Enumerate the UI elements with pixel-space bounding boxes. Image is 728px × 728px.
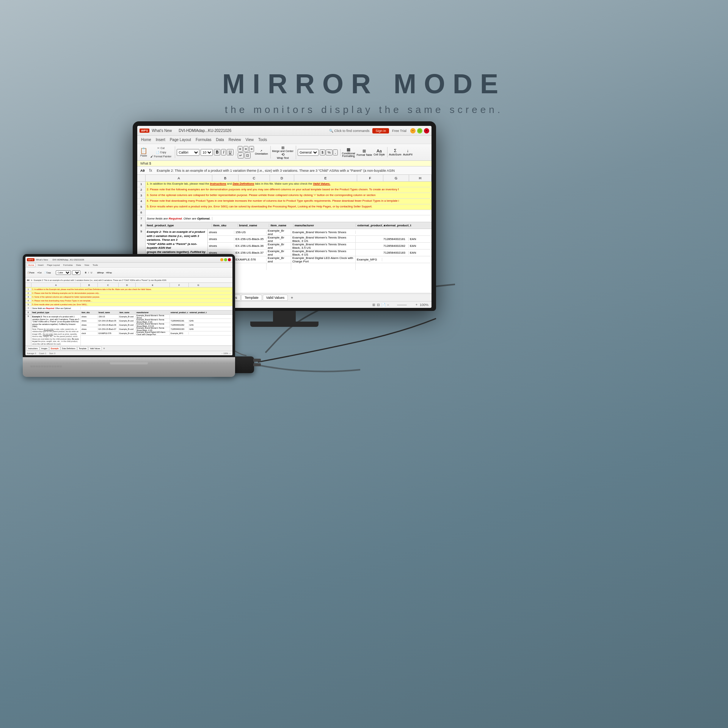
col-header-e: E [294,175,357,181]
tab-review[interactable]: Review [226,137,243,143]
title-bar: WPS What's New DVI-HDMIAdap...KU-2022102… [137,126,431,136]
laptop-screen-frame: WPS What's New DVI-HDMIAdap...KU-2022102… [23,254,235,357]
conditional-formatting-button[interactable]: ▦ Conditional Formatting [342,147,355,157]
tab-insert[interactable]: Insert [154,137,168,143]
laptop-cut-btn[interactable]: ✂Cut [36,271,42,274]
laptop-zoom-in[interactable]: ＋ [229,352,231,355]
laptop-tab-images[interactable]: Images [40,347,49,350]
search-hint[interactable]: 🔍 Click to find commands [329,129,370,133]
paste-button[interactable]: 📋 Paste [139,146,149,158]
underline-button[interactable]: U [227,149,233,155]
view-mode-page[interactable]: ⊟ [377,303,380,307]
tab-page-layout[interactable]: Page Layout [168,137,193,143]
laptop-tab-example-active[interactable]: Example [49,347,60,350]
laptop-tab-insert[interactable]: Insert [37,264,45,267]
laptop-bold-btn[interactable]: B [85,271,87,274]
subtitle: the monitors display the same screen. [222,104,506,116]
clipboard-group: 📋 Paste ✂ Cut 📄 Copy 🖌 Format Painter [139,146,175,158]
zoom-slider[interactable]: ──── [391,303,413,307]
laptop-tab-view[interactable]: View [83,264,90,267]
zoom-out-button[interactable]: − [387,303,389,307]
tab-data[interactable]: Data [214,137,226,143]
currency-button[interactable]: $ [320,149,325,155]
italic-button[interactable]: I [221,149,226,155]
format-table-button[interactable]: ⊞ Format Table [357,149,372,156]
add-tab-button[interactable]: ＋ [290,295,294,300]
tab-tools[interactable]: Tools [256,137,269,143]
cut-button[interactable]: ✂ Cut [156,146,166,150]
signin-button[interactable]: Sign in [372,128,389,133]
wrap-button[interactable]: ⟲ Wrap Text [277,152,289,159]
format-painter-button[interactable]: 🖌 Format Painter [149,155,173,158]
info-row-2: 2 2. Please note that the following exam… [137,187,431,193]
row-number-header [137,175,146,181]
laptop-tab-data-defs[interactable]: Data Definitions [61,347,77,350]
autofill-button[interactable]: ↓ AutoFil [403,148,413,156]
font-group: Calibri 10 B I U [177,149,236,156]
view-mode-print[interactable]: 📄 [381,303,386,307]
formula-bar: A9 fx Example 2: This is an example of a… [137,166,431,175]
laptop-tab-page[interactable]: Page Layout [46,264,61,267]
free-trial-label: Free Trial [392,129,406,133]
laptop-tab-formulas[interactable]: Formulas [62,264,74,267]
minimize-button[interactable]: − [410,128,416,133]
laptop-font-select[interactable]: Calibri [56,270,71,275]
align-left-button[interactable]: ≡ [238,146,243,152]
laptop-tab-tools[interactable]: Tools [91,264,99,267]
laptop-tab-instructions[interactable]: Instructions [27,347,39,350]
laptop-toolbar: 📋Paste ✂Cut 📄Copy Calibri 10 B I U ⊞Merg… [25,268,232,278]
bold-button[interactable]: B [214,149,220,155]
cell-style-button[interactable]: Aa Cell Style [373,149,385,156]
copy-button[interactable]: 📄 Copy [155,151,167,154]
wps-logo: WPS [140,129,149,133]
col-header-h: H [409,175,431,181]
laptop-merge-btn[interactable]: ⊞Merge [97,271,104,274]
whats-new-tab[interactable]: What's New [152,129,172,133]
tab-view[interactable]: View [243,137,256,143]
ribbon-toolbar: 📋 Paste ✂ Cut 📄 Copy 🖌 Format Painter [137,144,431,161]
header-brand-name: brand_name [238,224,270,227]
laptop-underline-btn[interactable]: U [90,271,93,274]
number-format-select[interactable]: General [298,149,318,156]
laptop-tab-valid-values[interactable]: Valid Values [88,347,102,350]
orientation-button[interactable]: ↗ Orientation [255,149,268,155]
laptop-add-tab[interactable]: ＋ [103,347,105,350]
main-title: MIRROR MODE [222,68,506,99]
laptop-tab-home[interactable]: Home [27,263,36,267]
percent-button[interactable]: % [326,149,333,155]
tab-template[interactable]: Template [241,295,262,301]
laptop-close[interactable] [228,258,231,261]
tab-valid-values[interactable]: Valid Values [263,295,288,301]
header-item-sku: item_sku [212,224,238,227]
laptop-maximize[interactable] [224,258,227,261]
tab-formulas[interactable]: Formulas [193,137,214,143]
align-center-button[interactable]: ≡ [243,146,248,152]
hdmi-port-1 [253,359,261,362]
laptop-zoom-level: 100% [223,352,228,355]
laptop-minimize[interactable] [220,258,223,261]
laptop-italic-btn[interactable]: I [88,271,89,274]
laptop-wrap-btn[interactable]: ⟲Wrap [105,271,112,274]
laptop-tab-template[interactable]: Template [77,347,88,350]
autosum-button[interactable]: Σ AutoSum [389,148,402,156]
view-mode-normal[interactable]: ⊞ [372,303,375,307]
font-family-select[interactable]: Calibri [177,149,199,156]
maximize-button[interactable]: □ [417,128,422,133]
laptop-paste-btn[interactable]: 📋Paste [27,271,35,274]
laptop-tab-data[interactable]: Data [75,264,82,267]
align-right-button[interactable]: ≡ [249,146,254,152]
close-button[interactable]: × [424,128,429,133]
laptop-spreadsheet: WPS What's New DVI-HDMIAdap...KU-2022102… [25,257,232,355]
wrap-text-button[interactable]: ↵ [238,152,244,158]
tab-home[interactable]: Home [139,137,154,143]
laptop-copy-btn[interactable]: 📄Copy [44,271,52,274]
merge-button[interactable]: ⊞ Merge and Center [272,146,293,152]
what-label: What $ [140,162,151,165]
laptop-zoom-out[interactable]: − [221,352,223,355]
comma-button[interactable]: , [333,149,338,155]
laptop-size-select[interactable]: 10 [72,270,80,275]
header-product-id-type: external_product_t [383,224,409,227]
font-size-select[interactable]: 10 [201,149,213,156]
zoom-in-button[interactable]: ＋ [415,302,418,307]
merge-center-button[interactable]: ⊡ [245,152,251,158]
